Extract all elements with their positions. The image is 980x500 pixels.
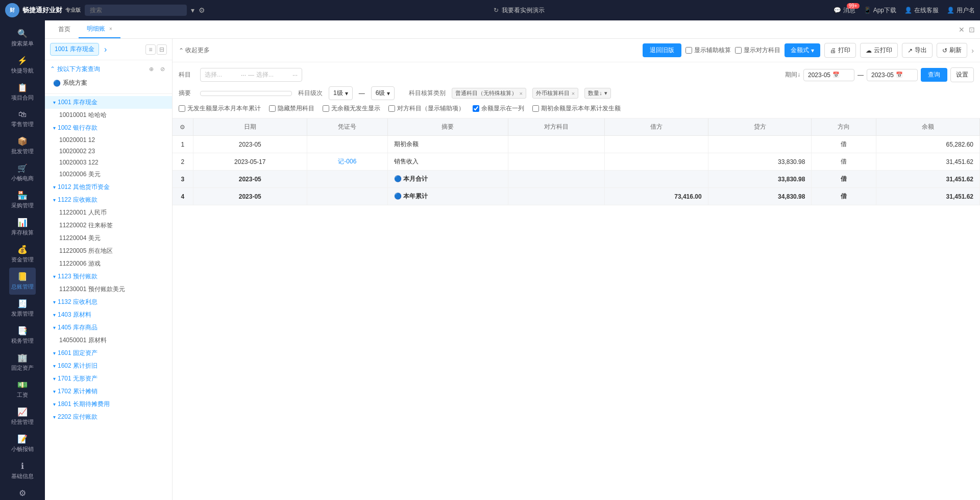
sidebar-item-ledger[interactable]: 📒总账管理 (9, 268, 36, 295)
tree-item-11220006[interactable]: 11220006 游戏 (45, 257, 172, 270)
show-contra-check[interactable]: 显示对方科目 (735, 46, 780, 55)
tree-item-1123[interactable]: ▾1123 预付账款 (45, 270, 172, 283)
tree-align-icon[interactable]: ≡ (145, 44, 156, 55)
tree-item-11220005[interactable]: 11220005 所在地区 (45, 245, 172, 257)
sidebar-item-basic_info[interactable]: ℹ基础信息 (9, 457, 36, 484)
tree-item-2202[interactable]: ▾2202 应付账款 (45, 411, 172, 423)
tree-item-10010001[interactable]: 10010001 哈哈哈 (45, 109, 172, 122)
sidebar-item-finance[interactable]: 💰资金管理 (9, 241, 36, 268)
settings-query-btn[interactable]: 设置 (950, 67, 974, 82)
settings-icon[interactable]: ⚙ (199, 6, 205, 14)
global-search-input[interactable] (85, 5, 187, 16)
notification-button[interactable]: 💬 消息 99+ (834, 6, 855, 15)
query-settings-icon[interactable]: ⊕ (146, 64, 156, 74)
tree-item-11220002[interactable]: 11220002 往来标签 (45, 219, 172, 232)
tree-item-1801[interactable]: ▾1801 长期待摊费用 (45, 398, 172, 411)
demo-area[interactable]: ↻ 我要看实例演示 (494, 6, 545, 15)
sidebar-item-invoice[interactable]: 🧾发票管理 (9, 295, 36, 322)
level-to-select[interactable]: 6级 ▾ (371, 86, 395, 100)
tree-item-1601[interactable]: ▾1601 固定资产 (45, 347, 172, 360)
tree-item-10020006[interactable]: 10020006 美元 (45, 168, 172, 181)
print-btn[interactable]: 🖨 打印 (824, 43, 856, 58)
tree-item-10020003[interactable]: 10020003 122 (45, 157, 172, 168)
online-service-button[interactable]: 👤 在线客服 (904, 6, 939, 15)
tag-normal[interactable]: 普通科目（无特殊核算） × (452, 88, 526, 99)
tag-foreign[interactable]: 外币核算科目 × (532, 88, 578, 99)
sidebar-item-tax[interactable]: 📑税务管理 (9, 322, 36, 349)
sidebar-item-system[interactable]: ⚙系统管理 (9, 484, 36, 500)
show-aux-checkbox[interactable] (685, 47, 692, 54)
show-contra-checkbox[interactable] (735, 47, 742, 54)
period-to-input[interactable]: 2023-05 📅 (867, 69, 918, 81)
app-download-button[interactable]: 📱 App下载 (864, 6, 896, 15)
period-from-input[interactable]: 2023-05 📅 (803, 69, 854, 81)
no-balance-checkbox[interactable] (323, 105, 329, 112)
tree-item-1702[interactable]: ▾1702 累计摊销 (45, 385, 172, 398)
cloud-print-btn[interactable]: ☁ 云打印 (860, 43, 898, 58)
tab-detail[interactable]: 明细账 × (79, 20, 120, 38)
back-old-version-btn[interactable]: 退回旧版 (643, 43, 681, 57)
col-settings[interactable]: ⚙ (173, 118, 193, 136)
tree-item-1405[interactable]: ▾1405 库存商品 (45, 321, 172, 334)
tab-close-icon[interactable]: × (109, 26, 112, 32)
no-occurrence-checkbox[interactable] (179, 105, 185, 112)
summary-input[interactable] (200, 91, 292, 96)
refresh-btn[interactable]: ↺ 刷新 (937, 43, 967, 58)
right-collapse-icon[interactable]: › (971, 46, 974, 55)
close-window-icon[interactable]: ✕ (959, 26, 965, 34)
tree-item-14050001[interactable]: 14050001 原材料 (45, 334, 172, 347)
balance-one-col-checkbox[interactable] (473, 105, 479, 112)
search-dropdown-icon[interactable]: ▾ (191, 6, 194, 14)
right-arrow-icon[interactable]: › (104, 45, 107, 54)
tab-home[interactable]: 首页 (50, 21, 79, 38)
contra-checkbox[interactable] (388, 105, 395, 112)
sidebar-item-operations[interactable]: 📈经营管理 (9, 403, 36, 430)
query-title[interactable]: ⌃ 按以下方案查询 (50, 65, 100, 74)
voucher-link[interactable]: 记-006 (338, 158, 356, 165)
tree-item-11220001[interactable]: 11220001 人民币 (45, 206, 172, 219)
sidebar-item-wholesale[interactable]: 📦批发管理 (9, 132, 36, 159)
tree-item-11220004[interactable]: 11220004 美元 (45, 232, 172, 245)
sidebar-item-project[interactable]: 📋项目合同 (9, 79, 36, 106)
tree-item-11230001[interactable]: 11230001 预付账款美元 (45, 283, 172, 296)
show-aux-check[interactable]: 显示辅助核算 (685, 46, 731, 55)
tree-item-10020002[interactable]: 10020002 23 (45, 146, 172, 157)
cell-voucher[interactable]: 记-006 (307, 153, 387, 171)
export-btn[interactable]: ↗ 导出 (902, 43, 933, 58)
tree-item-1012[interactable]: ▾1012 其他货币资金 (45, 181, 172, 194)
search-query-btn[interactable]: 查询 (921, 68, 947, 82)
tree-item-10020001[interactable]: 10020001 12 (45, 134, 172, 146)
sidebar-item-retail[interactable]: 🛍零售管理 (9, 106, 36, 132)
option-no-occurrence[interactable]: 无发生额显示本月本年累计 (179, 104, 261, 113)
option-contra[interactable]: 对方科目（显示辅助项） (388, 104, 464, 113)
sidebar-item-shortcut[interactable]: ⚡快捷导航 (9, 52, 36, 79)
tree-item-1403[interactable]: ▾1403 原材料 (45, 308, 172, 321)
sidebar-item-ecommerce[interactable]: 🛒小畅电商 (9, 159, 36, 186)
tree-item-1002[interactable]: ▾1002 银行存款 (45, 122, 172, 134)
level-from-select[interactable]: 1级 ▾ (329, 86, 353, 100)
sidebar-item-xiao_report[interactable]: 📝小畅报销 (9, 430, 36, 457)
tree-item-1602[interactable]: ▾1602 累计折旧 (45, 360, 172, 372)
scheme-item[interactable]: 🔵 系统方案 (50, 77, 167, 89)
hide-disabled-checkbox[interactable] (269, 105, 276, 112)
option-hide-disabled[interactable]: 隐藏禁用科目 (269, 104, 314, 113)
tag-foreign-close[interactable]: × (572, 90, 575, 97)
tag-quantity[interactable]: 数量↓ ▾ (584, 88, 611, 99)
tree-collapse-icon[interactable]: ⊟ (157, 44, 167, 55)
tree-item-1701[interactable]: ▾1701 无形资产 (45, 372, 172, 385)
tag-normal-close[interactable]: × (519, 90, 522, 97)
option-opening[interactable]: 期初余额显示本年累计发生额 (532, 104, 621, 113)
tree-item-1132[interactable]: ▾1132 应收利息 (45, 296, 172, 308)
opening-checkbox[interactable] (532, 105, 539, 112)
amount-format-btn[interactable]: 金额式 ▾ (785, 43, 820, 57)
selected-subject[interactable]: 1001 库存现金 (50, 43, 99, 56)
subject-filter-input[interactable]: 选择... ··· — 选择... ··· (200, 68, 302, 82)
sidebar-item-inventory[interactable]: 📊库存核算 (9, 213, 36, 241)
option-no-balance[interactable]: 无余额无发生显示 (323, 104, 380, 113)
sidebar-item-purchase[interactable]: 🏪采购管理 (9, 186, 36, 213)
expand-more-btn[interactable]: ⌃ 收起更多 (179, 46, 210, 55)
demo-text[interactable]: 我要看实例演示 (502, 6, 545, 15)
maximize-window-icon[interactable]: ⊡ (969, 26, 975, 34)
option-balance-one-col[interactable]: 余额显示在一列 (473, 104, 524, 113)
sidebar-item-payroll[interactable]: 💵工资 (9, 376, 36, 403)
